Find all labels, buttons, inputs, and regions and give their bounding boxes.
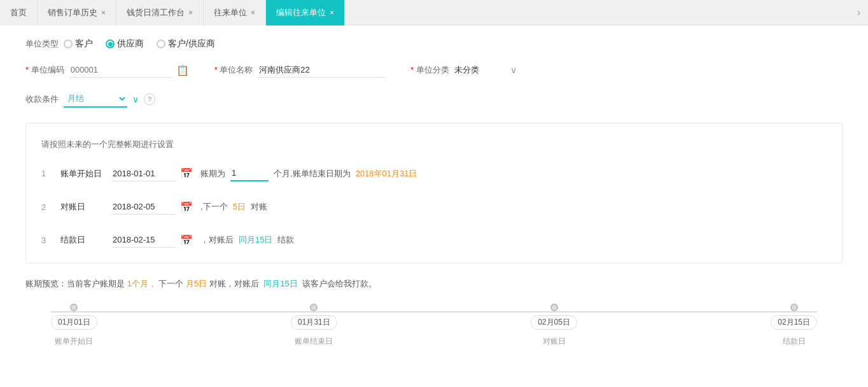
payment-condition-row: 收款条件 月结 ∨ ? [25, 90, 843, 108]
start-date-calendar-icon[interactable]: 📅 [180, 167, 193, 179]
preview-day2: 同月15日 [262, 279, 300, 288]
unit-category-value: 未分类 [454, 64, 505, 76]
preview-suffix: 该客户会给我打款。 [302, 279, 377, 288]
radio-supplier-circle [106, 39, 115, 48]
payment-suffix: 结款 [277, 234, 294, 246]
tab-home-label: 首页 [10, 7, 27, 18]
unit-code-group: 单位编码 📋 [25, 62, 189, 78]
radio-customer-circle [64, 39, 73, 48]
timeline-point-3: 02月15日 结款日 [771, 304, 817, 347]
reconcile-date-input[interactable] [111, 199, 175, 215]
radio-group-unit-type: 客户 供应商 客户/供应商 [64, 38, 215, 50]
timeline-badge-1: 01月31日 [291, 315, 337, 330]
timeline-label-3: 结款日 [783, 336, 806, 347]
payment-prefix: ，对账后 [200, 234, 234, 246]
radio-customer[interactable]: 客户 [64, 38, 93, 50]
reconcile-suffix: 对账 [251, 201, 267, 213]
tab-partner-units-close-icon[interactable]: × [251, 8, 255, 17]
payment-condition-select[interactable]: 月结 [64, 90, 127, 108]
tab-home[interactable]: 首页 [0, 0, 38, 25]
period-prefix: 账期为 [200, 168, 225, 179]
tab-edit-partner-close-icon[interactable]: × [330, 8, 334, 17]
row-label-2: 对账日 [60, 201, 111, 213]
unit-category-dropdown-icon[interactable]: ∨ [510, 65, 517, 75]
preview-day1: 月5日 [186, 279, 207, 288]
reconcile-highlight: 5日 [233, 201, 246, 213]
start-date-input[interactable] [111, 166, 175, 181]
payment-highlight: 同月15日 [239, 234, 272, 246]
row-label-1: 账单开始日 [60, 168, 111, 179]
tab-cash-daily-work[interactable]: 钱货日清工作台 × [116, 0, 204, 25]
unit-name-label: 单位名称 [214, 64, 253, 76]
unit-type-row: 单位类型 客户 供应商 客户/供应商 [25, 38, 843, 50]
timeline-points: 01月01日 账单开始日 01月31日 账单结束日 02月05日 对账日 02月… [25, 304, 843, 347]
row-num-1: 1 [41, 169, 60, 178]
tab-edit-partner-unit[interactable]: 编辑往来单位 × [266, 0, 345, 25]
tab-cash-daily-label: 钱货日清工作台 [127, 7, 185, 18]
timeline-label-2: 对账日 [543, 336, 566, 347]
preview-period: 1个月， [127, 279, 157, 288]
timeline-dot-2 [550, 304, 558, 311]
reconcile-prefix: ,下一个 [200, 201, 228, 213]
preview-prefix: 账期预览：当前客户账期是 [25, 279, 125, 288]
row-label-3: 结款日 [60, 234, 111, 246]
radio-customer-label: 客户 [75, 38, 93, 50]
tab-sales-order-label: 销售订单历史 [48, 7, 97, 18]
timeline-badge-2: 02月05日 [531, 315, 577, 330]
payment-date-input[interactable] [111, 232, 175, 248]
tab-partner-units[interactable]: 往来单位 × [204, 0, 266, 25]
timeline-badge-3: 02月15日 [771, 315, 817, 330]
radio-customer-supplier[interactable]: 客户/供应商 [157, 38, 215, 50]
timeline-point-2: 02月05日 对账日 [531, 304, 577, 347]
unit-type-label: 单位类型 [25, 38, 59, 50]
payment-condition-label: 收款条件 [25, 94, 59, 105]
timeline-dot-0 [70, 304, 78, 311]
timeline: 01月01日 账单开始日 01月31日 账单结束日 02月05日 对账日 02月… [25, 304, 843, 347]
tab-edit-partner-label: 编辑往来单位 [276, 7, 326, 18]
card-title: 请按照未来的一个完整帐期进行设置 [41, 139, 827, 150]
tab-bar: 首页 销售订单历史 × 钱货日清工作台 × 往来单位 × 编辑往来单位 × › [0, 0, 868, 25]
timeline-point-1: 01月31日 账单结束日 [291, 304, 337, 347]
setting-row-1: 1 账单开始日 📅 账期为 个月,账单结束日期为 2018年01月31日 [41, 165, 827, 181]
payment-help-icon[interactable]: ? [144, 94, 155, 105]
timeline-point-0: 01月01日 账单开始日 [51, 304, 97, 347]
settings-card: 请按照未来的一个完整帐期进行设置 1 账单开始日 📅 账期为 个月,账单结束日期… [25, 123, 843, 264]
radio-supplier-label: 供应商 [117, 38, 144, 50]
radio-supplier[interactable]: 供应商 [106, 38, 144, 50]
unit-code-input[interactable] [69, 62, 171, 78]
main-content: 单位类型 客户 供应商 客户/供应商 单位编码 📋 单位名称 [0, 25, 868, 387]
row-num-2: 2 [41, 202, 60, 212]
tab-cash-daily-close-icon[interactable]: × [188, 8, 193, 17]
setting-row-3: 3 结款日 📅 ，对账后 同月15日 结款 [41, 232, 827, 248]
unit-category-label: 单位分类 [410, 64, 449, 76]
tab-partner-units-label: 往来单位 [214, 7, 247, 18]
unit-code-copy-icon[interactable]: 📋 [176, 64, 189, 76]
preview-mid1: 下一个 [158, 279, 183, 288]
unit-name-group: 单位名称 [214, 62, 386, 78]
unit-info-row: 单位编码 📋 单位名称 单位分类 未分类 ∨ [25, 62, 843, 78]
payment-date-calendar-icon[interactable]: 📅 [180, 234, 193, 246]
unit-code-label: 单位编码 [25, 64, 64, 76]
preview-section: 账期预览：当前客户账期是 1个月， 下一个 月5日 对账，对账后 同月15日 该… [25, 276, 843, 291]
unit-name-input[interactable] [258, 62, 385, 78]
reconcile-date-calendar-icon[interactable]: 📅 [180, 201, 193, 213]
timeline-label-1: 账单结束日 [295, 336, 333, 347]
unit-category-group: 单位分类 未分类 ∨ [410, 64, 517, 76]
radio-customer-supplier-circle [157, 39, 165, 48]
timeline-dot-3 [790, 304, 798, 311]
period-suffix: 个月,账单结束日期为 [274, 168, 351, 179]
timeline-badge-0: 01月01日 [51, 315, 97, 330]
timeline-dot-1 [310, 304, 318, 311]
tab-expand-icon[interactable]: › [850, 7, 868, 18]
preview-mid2: 对账，对账后 [209, 279, 259, 288]
setting-row-2: 2 对账日 📅 ,下一个 5日 对账 [41, 199, 827, 215]
row-num-3: 3 [41, 236, 60, 245]
timeline-label-0: 账单开始日 [55, 336, 93, 347]
tab-sales-order-close-icon[interactable]: × [101, 8, 106, 17]
radio-customer-supplier-label: 客户/供应商 [168, 38, 215, 50]
payment-condition-arrow-icon[interactable]: ∨ [132, 94, 139, 104]
end-date-value: 2018年01月31日 [356, 168, 417, 179]
tab-sales-order-history[interactable]: 销售订单历史 × [38, 0, 116, 25]
period-input[interactable] [230, 165, 269, 181]
